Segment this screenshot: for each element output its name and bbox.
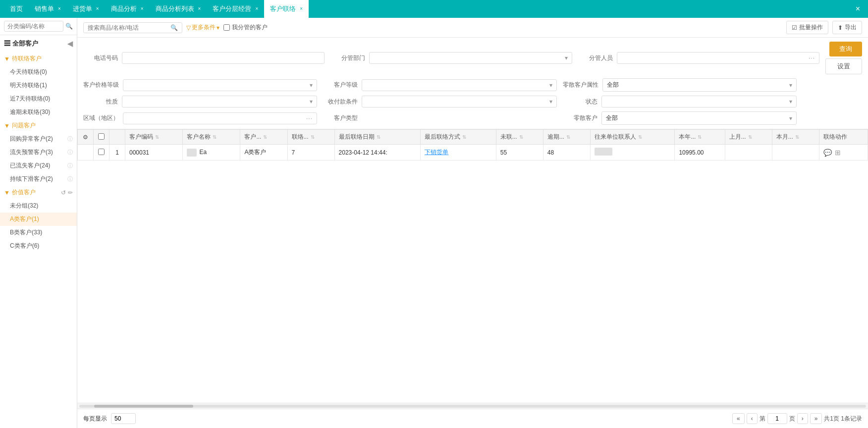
retail-select[interactable]: 全部 ▾	[601, 111, 797, 125]
nav-product-list[interactable]: 商品分析列表 ×	[150, 0, 207, 18]
sidebar-item-declining[interactable]: 持续下滑客户(2) ⓘ	[0, 172, 77, 186]
sort-year-icon[interactable]: ⇅	[698, 134, 702, 140]
col-check	[94, 130, 109, 145]
sort-this-month-icon[interactable]: ⇅	[795, 134, 799, 140]
prev-page-button[interactable]: ‹	[747, 413, 758, 424]
sidebar-item-overdue-contact[interactable]: 逾期未联络(30)	[0, 106, 77, 119]
query-button[interactable]: 查询	[829, 42, 862, 56]
select-all-checkbox[interactable]	[98, 133, 105, 140]
horizontal-scrollbar[interactable]	[77, 403, 868, 409]
form-cell-region: 区域（地区） ···	[83, 112, 323, 124]
page-total-label: 页	[789, 415, 795, 423]
nav-product-analysis[interactable]: 商品分析 ×	[105, 0, 150, 18]
sidebar-item-class-c[interactable]: C类客户(6)	[0, 239, 77, 253]
form-cell-person: 分管人员 ···	[578, 52, 825, 64]
nature-select[interactable]: ▾	[122, 96, 317, 107]
sort-last-month-icon[interactable]: ⇅	[748, 134, 752, 140]
sort-last-method-icon[interactable]: ⇅	[462, 134, 466, 140]
retail-attr-label: 零散客户属性	[563, 81, 598, 89]
sidebar-item-class-a[interactable]: A类客户(1)	[0, 213, 77, 226]
row-this-month	[772, 145, 819, 160]
page-num-input[interactable]	[767, 413, 787, 424]
sidebar-item-abnormal[interactable]: 回购异常客户(2) ⓘ	[0, 132, 77, 146]
phone-input[interactable]	[122, 52, 325, 64]
sidebar-item-today[interactable]: 今天待联络(0)	[0, 65, 77, 79]
row-overdue: 48	[543, 145, 590, 160]
sidebar-section-problem[interactable]: ▼ 问题客户	[0, 119, 77, 132]
row-checkbox[interactable]	[98, 149, 105, 155]
table-settings-icon[interactable]: ⚙	[83, 134, 88, 141]
row-last-method[interactable]: 下销货单	[421, 145, 496, 160]
edit-icon[interactable]: ✏	[68, 189, 73, 196]
close-sales-icon[interactable]: ×	[58, 0, 61, 18]
scrollbar-thumb[interactable]	[94, 405, 193, 408]
page-label: 第	[760, 415, 765, 423]
my-customers-checkbox[interactable]	[223, 24, 230, 31]
sort-contact-icon[interactable]: ⇅	[311, 134, 315, 140]
price-level-select[interactable]: ▾	[123, 79, 317, 91]
filter-more-button[interactable]: ▽ 更多条件 ▾	[186, 23, 219, 32]
nav-customer-segment[interactable]: 客户分层经营 ×	[207, 0, 264, 18]
nav-sales[interactable]: 销售单 ×	[29, 0, 67, 18]
region-select[interactable]: ···	[123, 112, 317, 124]
filter-search-input[interactable]	[88, 24, 168, 31]
cust-level-select[interactable]: ▾	[362, 79, 557, 91]
person-dots-icon: ···	[809, 54, 815, 61]
batch-op-button[interactable]: ☑ 批量操作	[786, 21, 828, 34]
row-year-amount: 10995.00	[675, 145, 725, 160]
status-select[interactable]: ▾	[601, 96, 797, 107]
sidebar-item-ungroup[interactable]: 未分组(32)	[0, 199, 77, 213]
sidebar-item-churn-warning[interactable]: 流失预警客户(3) ⓘ	[0, 146, 77, 159]
last-page-button[interactable]: »	[810, 413, 822, 424]
nav-home[interactable]: 首页	[4, 0, 29, 18]
sidebar-item-7days[interactable]: 近7天待联络(0)	[0, 92, 77, 106]
chat-action-icon[interactable]: 💬	[823, 149, 832, 157]
value-arrow-icon: ▼	[4, 189, 10, 196]
setting-button[interactable]: 设置	[825, 58, 862, 74]
sidebar-search-input[interactable]	[4, 21, 63, 32]
close-purchase-icon[interactable]: ×	[96, 0, 99, 18]
sort-unit-contact-icon[interactable]: ⇅	[638, 134, 642, 140]
window-close-button[interactable]: ×	[852, 4, 864, 13]
sort-type-icon[interactable]: ⇅	[263, 134, 267, 140]
refresh-icon[interactable]: ↺	[61, 189, 66, 196]
sort-uncontact-icon[interactable]: ⇅	[519, 134, 523, 140]
col-contact-count: 联络... ⇅	[287, 130, 334, 145]
sidebar-item-churned[interactable]: 已流失客户(24) ⓘ	[0, 159, 77, 172]
page-size-input[interactable]	[111, 413, 136, 424]
sort-last-date-icon[interactable]: ⇅	[377, 134, 380, 140]
info-icon-abnormal: ⓘ	[67, 135, 73, 143]
nav-customer-contact[interactable]: 客户联络 ×	[264, 0, 309, 18]
sidebar-section-pending[interactable]: ▼ 待联络客户	[0, 52, 77, 65]
sort-name-icon[interactable]: ⇅	[213, 134, 217, 140]
sort-overdue-icon[interactable]: ⇅	[566, 134, 570, 140]
grid-action-icon[interactable]: ⊞	[835, 149, 841, 157]
sidebar-search-icon[interactable]: 🔍	[65, 23, 73, 30]
dept-select[interactable]: ▾	[369, 52, 572, 64]
filter-search-icon[interactable]: 🔍	[170, 24, 178, 31]
sidebar-collapse-icon[interactable]: ◀	[67, 40, 73, 48]
nav-purchase[interactable]: 进货单 ×	[67, 0, 105, 18]
sort-code-icon[interactable]: ⇅	[155, 134, 159, 140]
form-cell-phone: 电话号码	[83, 52, 330, 64]
info-icon-declining: ⓘ	[67, 175, 73, 183]
sidebar-all-customers[interactable]: ☰ 全部客户 ◀	[0, 35, 77, 52]
payment-select[interactable]: ▾	[362, 96, 557, 107]
close-contact-icon[interactable]: ×	[300, 0, 303, 18]
status-label: 状态	[563, 98, 597, 106]
sidebar-item-class-b[interactable]: B类客户(33)	[0, 226, 77, 239]
filter-more-arrow-icon: ▾	[217, 24, 219, 31]
dept-label: 分管部门	[330, 54, 365, 62]
close-product-analysis-icon[interactable]: ×	[141, 0, 144, 18]
close-segment-icon[interactable]: ×	[255, 0, 258, 18]
person-select[interactable]: ···	[617, 52, 819, 64]
filter-my-customers[interactable]: 我分管的客户	[223, 23, 268, 32]
form-cell-payment: 收付款条件 ▾	[323, 96, 563, 107]
retail-attr-select[interactable]: 全部 ▾	[602, 78, 797, 92]
form-cell-retail: 零散客户 全部 ▾	[563, 111, 803, 125]
export-button[interactable]: ⬆ 导出	[832, 21, 862, 34]
sidebar-item-tomorrow[interactable]: 明天待联络(1)	[0, 79, 77, 92]
close-product-list-icon[interactable]: ×	[198, 0, 201, 18]
next-page-button[interactable]: ›	[797, 413, 808, 424]
first-page-button[interactable]: «	[732, 413, 745, 424]
